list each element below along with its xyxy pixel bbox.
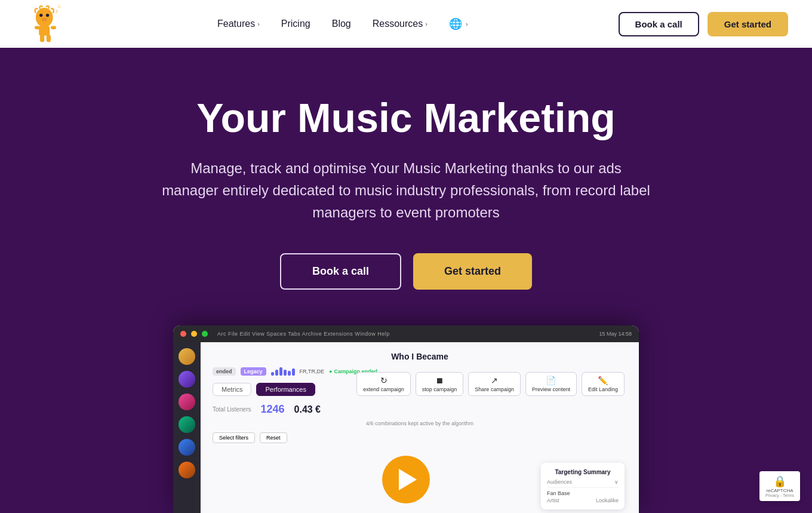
- filter-buttons: Select filters Reset: [213, 432, 627, 443]
- bar-4: [284, 370, 287, 376]
- bar-6: [292, 368, 295, 376]
- hero-get-started-button[interactable]: Get started: [413, 253, 532, 290]
- select-filters-button[interactable]: Select filters: [213, 432, 255, 443]
- close-dot: [180, 331, 186, 337]
- hero-book-call-button[interactable]: Book a call: [280, 253, 401, 290]
- extend-icon: ↻: [380, 376, 387, 385]
- share-icon: ↗: [491, 376, 498, 385]
- targeting-title: Targeting Summary: [547, 469, 619, 475]
- blog-label: Blog: [332, 19, 351, 29]
- play-button[interactable]: [382, 456, 430, 503]
- sidebar-avatar-6: [179, 462, 195, 478]
- language-chevron-icon: ›: [466, 20, 468, 27]
- legacy-badge: Legacy: [241, 367, 266, 376]
- tab-performances[interactable]: Performances: [256, 383, 315, 396]
- campaign-tags: FR,TR,DE: [300, 368, 325, 374]
- nav-pricing[interactable]: Pricing: [281, 19, 310, 29]
- recaptcha-label: reCAPTCHA: [766, 488, 793, 493]
- svg-rect-4: [39, 26, 50, 36]
- nav-book-call-button[interactable]: Book a call: [619, 12, 699, 36]
- nav-menu: Features › Pricing Blog Ressources › 🌐 ›: [217, 17, 468, 30]
- chevron-down-icon: ∨: [614, 479, 619, 485]
- app-sidebar: [173, 342, 201, 513]
- sidebar-avatar-5: [179, 439, 195, 456]
- targeting-detail-row: Artist Lookalike: [547, 497, 619, 503]
- play-overlay[interactable]: [382, 456, 430, 503]
- targeting-fanbase-row: Fan Base: [547, 490, 619, 496]
- preview-icon: 📄: [546, 376, 556, 385]
- svg-point-0: [36, 8, 53, 27]
- check-icon: ●: [329, 368, 332, 374]
- navbar: ♪ ♫ Features › Pricing Blog Ressources ›: [0, 0, 812, 48]
- nav-actions: Book a call Get started: [619, 12, 788, 36]
- sidebar-avatar-4: [179, 416, 195, 433]
- globe-icon: 🌐: [449, 17, 462, 30]
- svg-text:♫: ♫: [57, 4, 61, 9]
- nav-get-started-button[interactable]: Get started: [708, 12, 788, 36]
- recaptcha-icon: 🔒: [773, 475, 786, 488]
- features-chevron-icon: ›: [257, 20, 260, 27]
- share-campaign-button[interactable]: ↗ Share campaign: [468, 372, 521, 396]
- recaptcha-subtext: Privacy - Terms: [765, 493, 794, 497]
- bar-1: [271, 372, 274, 376]
- svg-rect-7: [40, 35, 44, 42]
- reset-button[interactable]: Reset: [260, 432, 287, 443]
- recaptcha-badge: 🔒 reCAPTCHA Privacy - Terms: [759, 471, 800, 501]
- combinations-text: 4/6 combinations kept active by the algo…: [213, 420, 627, 426]
- hero-section: Your Music Marketing Manage, track and o…: [0, 48, 812, 513]
- hero-buttons: Book a call Get started: [280, 253, 532, 290]
- browser-menu: Arc File Edit View Spaces Tabs Archive E…: [217, 331, 390, 337]
- sidebar-avatar-1: [179, 348, 195, 365]
- resources-label: Ressources: [373, 19, 423, 29]
- app-body: Who I Became ended Legacy FR,TR,DE ●: [173, 342, 639, 513]
- browser-topbar: Arc File Edit View Spaces Tabs Archive E…: [173, 325, 639, 342]
- hero-heading: Your Music Marketing: [196, 96, 616, 140]
- nav-blog[interactable]: Blog: [332, 19, 351, 29]
- svg-point-3: [42, 18, 47, 21]
- nav-resources[interactable]: Ressources ›: [373, 19, 427, 29]
- campaign-bars: [271, 367, 295, 376]
- targeting-audiences-row: Audiences ∨: [547, 479, 619, 488]
- sidebar-avatar-3: [179, 394, 195, 410]
- browser-time: 15 May 14:58: [599, 331, 632, 337]
- brand-logo[interactable]: ♪ ♫: [24, 2, 67, 45]
- ended-badge: ended: [213, 367, 236, 376]
- svg-point-1: [39, 14, 42, 17]
- nav-language[interactable]: 🌐 ›: [449, 17, 468, 30]
- svg-rect-8: [47, 35, 51, 42]
- nav-features[interactable]: Features ›: [217, 19, 260, 29]
- extend-campaign-button[interactable]: ↻ extend campaign: [356, 372, 411, 396]
- resources-chevron-icon: ›: [425, 20, 427, 27]
- preview-content-button[interactable]: 📄 Preview content: [525, 372, 577, 396]
- expand-dot: [202, 331, 208, 337]
- campaign-title: Who I Became: [213, 352, 627, 361]
- product-screenshot: Arc File Edit View Spaces Tabs Archive E…: [173, 325, 639, 513]
- total-listeners-label: Total Listeners: [213, 406, 251, 413]
- svg-rect-5: [35, 26, 40, 29]
- edit-icon: ✏️: [598, 376, 608, 385]
- svg-point-2: [46, 14, 49, 17]
- svg-rect-6: [51, 26, 56, 29]
- tab-metrics[interactable]: Metrics: [213, 383, 251, 396]
- targeting-summary-panel: Targeting Summary Audiences ∨ Fan Base A…: [541, 463, 625, 509]
- pricing-label: Pricing: [281, 19, 310, 29]
- stop-campaign-button[interactable]: ⏹ stop campaign: [416, 372, 464, 396]
- edit-landing-button[interactable]: ✏️ Edit Landing: [582, 372, 625, 396]
- sidebar-avatar-2: [179, 371, 195, 388]
- minimize-dot: [191, 331, 197, 337]
- metrics-row: Total Listeners 1246 0.43 €: [213, 403, 627, 416]
- bar-5: [288, 371, 291, 376]
- stop-icon: ⏹: [435, 376, 444, 385]
- total-listeners-value: 1246: [260, 403, 284, 416]
- features-label: Features: [217, 19, 255, 29]
- bar-2: [275, 370, 278, 376]
- total-eur: 0.43 €: [294, 404, 321, 415]
- play-triangle-icon: [399, 469, 417, 490]
- bar-3: [279, 367, 282, 376]
- action-buttons: ↻ extend campaign ⏹ stop campaign ↗ Shar…: [356, 372, 625, 396]
- hero-subheading: Manage, track and optimise Your Music Ma…: [161, 157, 651, 224]
